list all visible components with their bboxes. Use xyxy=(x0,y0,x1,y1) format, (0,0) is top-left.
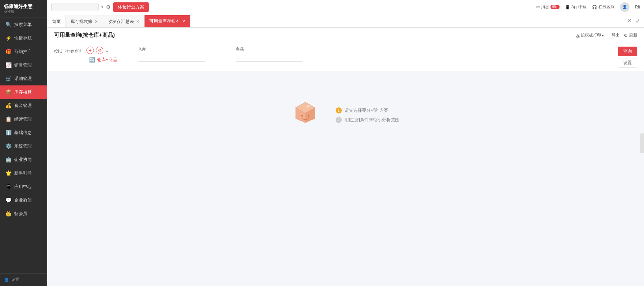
online-service-label: 在线客服 xyxy=(598,4,615,10)
tab-batch-ledger[interactable]: 库存批次账 ✕ xyxy=(66,15,103,27)
print-dropdown-icon: ▾ xyxy=(602,33,604,38)
gear-icon[interactable]: ⚙ xyxy=(106,4,110,10)
sidebar-bottom-text: 设置 xyxy=(11,277,19,283)
collapse-icon[interactable]: « xyxy=(105,48,108,53)
tab-batch-ledger-close[interactable]: ✕ xyxy=(95,19,98,24)
sidebar-label-wechat: 企业微信 xyxy=(14,197,32,203)
tab-receipt-summary-close[interactable]: ✕ xyxy=(136,19,139,24)
topbar-right: ✉ 消息 99+ 📱 App下载 🎧 在线客服 👤 Rit xyxy=(536,2,640,12)
message-btn[interactable]: ✉ 消息 99+ xyxy=(536,4,560,10)
wechat-icon: 💬 xyxy=(5,197,11,203)
message-badge: 99+ xyxy=(550,5,560,9)
message-icon: ✉ xyxy=(536,5,540,9)
sidebar: 畅康通好生意 标准版 🔍 搜索菜单 ⚡ 快捷导航 🎁 营销推广 📈 销售管理 🛒… xyxy=(0,0,47,286)
search-icon: 🔍 xyxy=(5,22,11,28)
scheme-actions: + ⚙ « xyxy=(86,47,134,54)
close-tab-icon[interactable]: ✕ xyxy=(626,17,633,25)
sidebar-bottom: 👤 设置 xyxy=(0,273,47,286)
tab-home[interactable]: 首页 xyxy=(47,15,66,27)
app-version: 标准版 xyxy=(4,9,43,14)
app-name: 畅康通好生意 xyxy=(4,3,43,9)
topbar: ▾ ⚙ 体验行业方案 ✉ 消息 99+ 📱 App下载 🎧 在线客服 👤 Rit xyxy=(47,0,644,14)
sidebar-item-member[interactable]: 👑 畅会员 xyxy=(0,207,47,220)
print-btn[interactable]: 🖨 按模板打印 ▾ xyxy=(575,32,604,38)
sidebar-logo: 畅康通好生意 标准版 xyxy=(0,0,47,18)
industry-btn[interactable]: 体验行业方案 xyxy=(113,2,149,12)
scheme-item-label: 仓库+商品 xyxy=(97,57,117,63)
print-label: 按模板打印 xyxy=(581,32,601,38)
sidebar-label-system: 系统管理 xyxy=(14,143,32,149)
svg-point-4 xyxy=(301,115,303,117)
tab-available-ledger[interactable]: 可用量库存账本 ✕ xyxy=(145,15,190,27)
avatar: 👤 xyxy=(620,2,629,12)
tab-batch-ledger-label: 库存批次账 xyxy=(71,19,93,25)
sidebar-item-app-center[interactable]: 📱 应用中心 xyxy=(0,180,47,193)
product-more-btn[interactable]: ··· xyxy=(305,55,308,60)
app-icon: 📱 xyxy=(5,184,11,190)
product-input-row: ··· xyxy=(236,54,330,62)
query-button[interactable]: 查询 xyxy=(618,47,637,56)
warehouse-more-btn[interactable]: ··· xyxy=(207,55,210,60)
filter-scheme: + ⚙ « 🔄 仓库+商品 xyxy=(86,47,134,64)
sidebar-item-enterprise[interactable]: 🏢 企业协同 xyxy=(0,153,47,166)
system-icon: ⚙️ xyxy=(5,143,11,149)
sidebar-item-system[interactable]: ⚙️ 系统管理 xyxy=(0,139,47,153)
sidebar-label-newbie: 新手引导 xyxy=(14,170,32,176)
sidebar-item-wechat[interactable]: 💬 企业微信 xyxy=(0,193,47,207)
content-area: 可用量查询(按仓库+商品) 🖨 按模板打印 ▾ ↑ 导出 ↻ 刷新 按以下方案 xyxy=(47,28,644,286)
headset-icon: 🎧 xyxy=(592,5,597,9)
sidebar-item-inventory[interactable]: 📦 库存核算 xyxy=(0,85,47,99)
tab-home-label: 首页 xyxy=(52,19,61,25)
scheme-item-warehouse-product[interactable]: 🔄 仓库+商品 xyxy=(86,55,134,64)
sidebar-item-finance[interactable]: 💰 资金管理 xyxy=(0,99,47,112)
tab-available-ledger-close[interactable]: ✕ xyxy=(182,19,185,24)
sidebar-label-search: 搜索菜单 xyxy=(14,22,32,28)
print-icon: 🖨 xyxy=(575,33,580,38)
tabs-bar-actions: ✕ ⤢ xyxy=(626,14,644,27)
app-download-btn[interactable]: 📱 App下载 xyxy=(565,4,587,10)
filter-field-warehouse: 仓库 ··· xyxy=(138,47,232,62)
filter-field-product: 商品 ··· xyxy=(236,47,330,62)
refresh-btn[interactable]: ↻ 刷新 xyxy=(624,32,637,38)
inventory-icon: 📦 xyxy=(5,89,11,95)
tab-receipt-summary[interactable]: 收发存汇总表 ✕ xyxy=(103,15,145,27)
export-btn[interactable]: ↑ 导出 xyxy=(608,32,620,38)
online-service-btn[interactable]: 🎧 在线客服 xyxy=(592,4,615,10)
settings-button[interactable]: 设置 xyxy=(618,58,637,68)
sidebar-item-basic-info[interactable]: ℹ️ 基础信息 xyxy=(0,126,47,139)
member-icon: 👑 xyxy=(5,211,11,217)
sidebar-item-newbie[interactable]: 🌟 新手引导 xyxy=(0,166,47,180)
product-input[interactable] xyxy=(236,54,303,62)
sidebar-item-sales[interactable]: 📈 销售管理 xyxy=(0,58,47,72)
export-label: 导出 xyxy=(612,32,620,38)
empty-state: 1 请先选择要分析的方案 2 用[过滤]条件来缩小分析范围 xyxy=(47,71,644,159)
sidebar-item-marketing[interactable]: 🎁 营销推广 xyxy=(0,45,47,58)
cart-icon: 🛒 xyxy=(5,76,11,82)
gift-icon: 🎁 xyxy=(5,49,11,55)
shortcut-icon: ⚡ xyxy=(5,35,11,41)
username-label: Rit xyxy=(635,5,640,9)
warehouse-label: 仓库 xyxy=(138,47,232,52)
warehouse-input[interactable] xyxy=(138,54,205,62)
sidebar-label-shortcut: 快捷导航 xyxy=(14,35,32,41)
message-label: 消息 xyxy=(541,4,549,10)
sidebar-item-purchase[interactable]: 🛒 采购管理 xyxy=(0,72,47,85)
filter-panel: 按以下方案查询 + ⚙ « 🔄 仓库+商品 仓库 ·· xyxy=(47,43,644,71)
main-area: ▾ ⚙ 体验行业方案 ✉ 消息 99+ 📱 App下载 🎧 在线客服 👤 Rit xyxy=(47,0,644,286)
sidebar-label-purchase: 采购管理 xyxy=(14,76,32,82)
chevron-down-icon[interactable]: ▾ xyxy=(101,5,103,9)
phone-icon: 📱 xyxy=(565,5,570,9)
sidebar-item-search[interactable]: 🔍 搜索菜单 xyxy=(0,18,47,31)
cube-svg xyxy=(292,98,319,125)
tabs-bar: 首页 库存批次账 ✕ 收发存汇总表 ✕ 可用量库存账本 ✕ ✕ ⤢ xyxy=(47,14,644,28)
sidebar-item-operations[interactable]: 📋 经营管理 xyxy=(0,112,47,126)
page-header: 可用量查询(按仓库+商品) 🖨 按模板打印 ▾ ↑ 导出 ↻ 刷新 xyxy=(47,28,644,43)
sidebar-label-inventory: 库存核算 xyxy=(14,89,32,95)
add-scheme-btn[interactable]: + xyxy=(86,47,94,54)
sidebar-item-shortcut[interactable]: ⚡ 快捷导航 xyxy=(0,31,47,45)
tab-available-ledger-label: 可用量库存账本 xyxy=(149,18,180,24)
expand-icon[interactable]: ⤢ xyxy=(634,17,641,25)
manage-scheme-btn[interactable]: ⚙ xyxy=(96,47,103,54)
topbar-search-input[interactable] xyxy=(51,3,99,11)
hint-row-1: 1 请先选择要分析的方案 xyxy=(336,107,400,113)
